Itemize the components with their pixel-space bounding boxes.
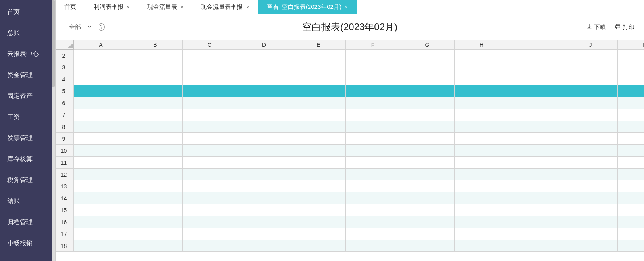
cell-I12[interactable] xyxy=(509,169,563,180)
cell-D11[interactable] xyxy=(237,157,291,169)
cell-B3[interactable] xyxy=(128,61,183,73)
cell-D10[interactable] xyxy=(237,145,291,157)
cell-B7[interactable] xyxy=(128,109,183,121)
cell-D6[interactable] xyxy=(237,97,291,109)
cell-C8[interactable] xyxy=(183,121,237,133)
cell-J9[interactable] xyxy=(563,133,618,145)
cell-D12[interactable] xyxy=(237,169,291,180)
sidebar-scrollbar[interactable] xyxy=(52,0,56,261)
cell-K12[interactable] xyxy=(618,169,644,180)
cell-G3[interactable] xyxy=(400,61,455,73)
cell-I9[interactable] xyxy=(509,133,563,145)
cell-E8[interactable] xyxy=(291,121,346,133)
cell-F7[interactable] xyxy=(346,109,400,121)
column-header-J[interactable]: J xyxy=(563,40,618,50)
cell-G4[interactable] xyxy=(400,73,455,85)
cell-E14[interactable] xyxy=(291,192,346,204)
cell-B17[interactable] xyxy=(128,228,183,240)
cell-I17[interactable] xyxy=(509,228,563,240)
cell-K17[interactable] xyxy=(618,228,644,240)
cell-F2[interactable] xyxy=(346,50,400,61)
cell-E16[interactable] xyxy=(291,216,346,228)
tab-2[interactable]: 现金流量表× xyxy=(139,0,192,14)
cell-E3[interactable] xyxy=(291,61,346,73)
cell-F8[interactable] xyxy=(346,121,400,133)
cell-B18[interactable] xyxy=(128,240,183,252)
cell-I6[interactable] xyxy=(509,97,563,109)
cell-C3[interactable] xyxy=(183,61,237,73)
cell-E18[interactable] xyxy=(291,240,346,252)
cell-H14[interactable] xyxy=(455,192,509,204)
cell-H7[interactable] xyxy=(455,109,509,121)
sidebar-item-1[interactable]: 总账 xyxy=(0,23,52,44)
cell-D5[interactable] xyxy=(237,85,291,97)
sidebar-item-4[interactable]: 固定资产 xyxy=(0,86,52,107)
cell-C18[interactable] xyxy=(183,240,237,252)
cell-F14[interactable] xyxy=(346,192,400,204)
row-header-11[interactable]: 11 xyxy=(56,157,74,169)
cell-B12[interactable] xyxy=(128,169,183,180)
cell-K13[interactable] xyxy=(618,180,644,192)
cell-A14[interactable] xyxy=(74,192,128,204)
cell-E17[interactable] xyxy=(291,228,346,240)
cell-C4[interactable] xyxy=(183,73,237,85)
cell-B14[interactable] xyxy=(128,192,183,204)
cell-A5[interactable] xyxy=(74,85,128,97)
cell-H18[interactable] xyxy=(455,240,509,252)
cell-B6[interactable] xyxy=(128,97,183,109)
cell-G6[interactable] xyxy=(400,97,455,109)
cell-I2[interactable] xyxy=(509,50,563,61)
close-icon[interactable]: × xyxy=(345,4,348,10)
cell-A11[interactable] xyxy=(74,157,128,169)
cell-E7[interactable] xyxy=(291,109,346,121)
cell-I16[interactable] xyxy=(509,216,563,228)
cell-A2[interactable] xyxy=(74,50,128,61)
cell-G18[interactable] xyxy=(400,240,455,252)
cell-D8[interactable] xyxy=(237,121,291,133)
row-header-13[interactable]: 13 xyxy=(56,180,74,192)
tab-4[interactable]: 查看_空白报表(2023年02月)× xyxy=(258,0,357,14)
filter-dropdown[interactable]: 全部 ? xyxy=(69,23,105,31)
column-header-G[interactable]: G xyxy=(400,40,455,50)
print-button[interactable]: 打印 xyxy=(615,23,634,31)
spreadsheet[interactable]: ABCDEFGHIJK23456789101112131415161718 xyxy=(56,40,644,261)
row-header-16[interactable]: 16 xyxy=(56,216,74,228)
cell-J5[interactable] xyxy=(563,85,618,97)
sidebar-item-3[interactable]: 资金管理 xyxy=(0,65,52,86)
row-header-5[interactable]: 5 xyxy=(56,85,74,97)
cell-B5[interactable] xyxy=(128,85,183,97)
cell-F12[interactable] xyxy=(346,169,400,180)
row-header-9[interactable]: 9 xyxy=(56,133,74,145)
cell-K4[interactable] xyxy=(618,73,644,85)
cell-E11[interactable] xyxy=(291,157,346,169)
cell-G17[interactable] xyxy=(400,228,455,240)
column-header-H[interactable]: H xyxy=(455,40,509,50)
cell-G13[interactable] xyxy=(400,180,455,192)
cell-J3[interactable] xyxy=(563,61,618,73)
cell-C6[interactable] xyxy=(183,97,237,109)
cell-K7[interactable] xyxy=(618,109,644,121)
cell-G7[interactable] xyxy=(400,109,455,121)
cell-B13[interactable] xyxy=(128,180,183,192)
cell-K15[interactable] xyxy=(618,204,644,216)
cell-A3[interactable] xyxy=(74,61,128,73)
tab-0[interactable]: 首页 xyxy=(56,0,85,14)
cell-J17[interactable] xyxy=(563,228,618,240)
cell-J12[interactable] xyxy=(563,169,618,180)
cell-C13[interactable] xyxy=(183,180,237,192)
cell-C2[interactable] xyxy=(183,50,237,61)
cell-I7[interactable] xyxy=(509,109,563,121)
row-header-15[interactable]: 15 xyxy=(56,204,74,216)
cell-A6[interactable] xyxy=(74,97,128,109)
cell-K14[interactable] xyxy=(618,192,644,204)
cell-K16[interactable] xyxy=(618,216,644,228)
cell-I11[interactable] xyxy=(509,157,563,169)
cell-A12[interactable] xyxy=(74,169,128,180)
cell-G14[interactable] xyxy=(400,192,455,204)
cell-B2[interactable] xyxy=(128,50,183,61)
row-header-7[interactable]: 7 xyxy=(56,109,74,121)
cell-H2[interactable] xyxy=(455,50,509,61)
cell-J10[interactable] xyxy=(563,145,618,157)
close-icon[interactable]: × xyxy=(180,4,183,10)
cell-I15[interactable] xyxy=(509,204,563,216)
